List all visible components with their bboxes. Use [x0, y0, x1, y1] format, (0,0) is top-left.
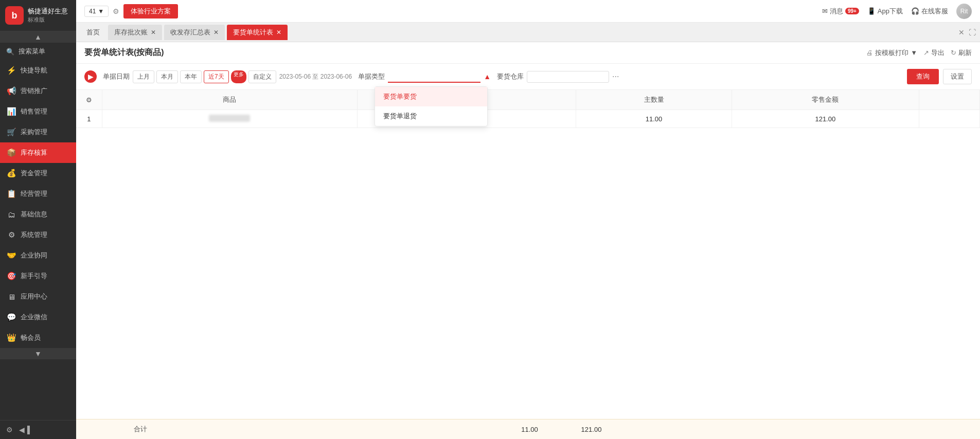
- sidebar-item-quicknav[interactable]: ⚡ 快捷导航: [0, 60, 76, 81]
- sidebar-item-purchase[interactable]: 🛒 采购管理: [0, 122, 76, 142]
- filter-date-7days[interactable]: 近7天: [204, 70, 229, 83]
- online-service-label: 在线客服: [921, 7, 948, 16]
- tab-order-stats[interactable]: 要货单统计表 ✕: [227, 25, 288, 40]
- page: 要货单统计表(按商品) 🖨 按模板打印 ▼ ↗ 导出 ↻ 刷新 ▶: [76, 42, 980, 439]
- refresh-action[interactable]: ↻ 刷新: [951, 48, 972, 58]
- filter-warehouse-dots-icon[interactable]: ···: [612, 72, 619, 81]
- tab-fullscreen-icon[interactable]: ⛶: [969, 28, 976, 36]
- sidebar-item-label: 系统管理: [21, 230, 47, 240]
- filter-date-label: 单据日期: [103, 72, 130, 81]
- app-logo-icon: b: [5, 6, 24, 25]
- topbar: 41 ▼ ⚙ 体验行业方案 ✉ 消息 99+ 📱 App下载 🎧 在线客服 Ri…: [76, 0, 980, 23]
- filter-date-last-month[interactable]: 上月: [133, 70, 154, 83]
- query-btn[interactable]: 查询: [907, 69, 939, 84]
- filter-date-custom[interactable]: 自定义: [248, 70, 276, 83]
- company-selector[interactable]: 41 ▼: [84, 6, 109, 17]
- filter-bar: ▶ 单据日期 上月 本月 本年 近7天 更多 自定义 2023-05-06 至 …: [76, 64, 980, 90]
- filter-date-this-year[interactable]: 本年: [180, 70, 202, 83]
- col-header-settings[interactable]: ⚙: [76, 90, 102, 110]
- app-download-btn[interactable]: 📱 App下载: [867, 7, 903, 16]
- filter-warehouse-input[interactable]: [527, 71, 609, 83]
- setting-btn[interactable]: 设置: [943, 69, 972, 84]
- cell-extra: [919, 110, 979, 128]
- data-table: ⚙ 商品 主计量单位 主数量 零售金额 1 块: [76, 90, 980, 128]
- sidebar-item-system[interactable]: ⚙ 系统管理: [0, 225, 76, 245]
- page-header-actions: 🖨 按模板打印 ▼ ↗ 导出 ↻ 刷新: [866, 48, 972, 58]
- sidebar-item-inventory[interactable]: 📦 库存核算: [0, 142, 76, 163]
- filter-date-range: 2023-05-06 至 2023-06-06: [279, 72, 352, 81]
- print-action[interactable]: 🖨 按模板打印 ▼: [866, 48, 917, 58]
- operations-icon: 📋: [6, 189, 16, 199]
- sidebar-item-operations[interactable]: 📋 经营管理: [0, 184, 76, 204]
- sidebar-item-marketing[interactable]: 📢 营销推广: [0, 81, 76, 101]
- sidebar-item-collab[interactable]: 🤝 企业协同: [0, 245, 76, 266]
- app-name: 畅捷通好生意: [28, 7, 68, 16]
- filter-warehouse-label: 要货仓库: [497, 72, 524, 81]
- service-icon: 🎧: [911, 7, 919, 15]
- export-icon: ↗: [923, 49, 929, 57]
- dropdown-option-1[interactable]: 要货单退货: [375, 106, 487, 126]
- table-row: 1 块 11.00 121.00: [76, 110, 980, 128]
- export-action[interactable]: ↗ 导出: [923, 48, 945, 58]
- sidebar-bottom: ⚙ ◀▐: [0, 420, 76, 439]
- settings-gear-icon[interactable]: ⚙: [113, 7, 119, 15]
- tab-close-icon[interactable]: ✕: [213, 29, 219, 36]
- sidebar-settings-btn[interactable]: ⚙: [6, 426, 13, 434]
- print-label: 按模板打印: [875, 48, 908, 58]
- sidebar-collapse-btn[interactable]: ◀▐: [19, 426, 30, 434]
- type-dropdown: 要货单要货 要货单退货: [375, 86, 488, 126]
- online-service-btn[interactable]: 🎧 在线客服: [911, 7, 948, 16]
- filter-type-arrow-icon[interactable]: ▲: [484, 72, 491, 81]
- sales-icon: 📊: [6, 106, 16, 117]
- sidebar-item-label: 快捷导航: [21, 66, 47, 75]
- tab-home[interactable]: 首页: [80, 25, 106, 40]
- finance-icon: 💰: [6, 168, 16, 178]
- tab-close-icon[interactable]: ✕: [276, 29, 281, 36]
- trial-btn[interactable]: 体验行业方案: [123, 4, 178, 19]
- topbar-left: 41 ▼ ⚙ 体验行业方案: [84, 4, 817, 19]
- tab-shipment-summary[interactable]: 收发存汇总表 ✕: [164, 25, 225, 40]
- sidebar-item-sales[interactable]: 📊 销售管理: [0, 101, 76, 122]
- sidebar-search-label: 搜索菜单: [19, 47, 45, 56]
- message-badge: 99+: [845, 8, 859, 14]
- marketing-icon: 📢: [6, 86, 16, 96]
- sidebar-item-basicinfo[interactable]: 🗂 基础信息: [0, 204, 76, 225]
- col-header-extra: [919, 90, 979, 110]
- table-container: ⚙ 商品 主计量单位 主数量 零售金额 1 块: [76, 90, 980, 419]
- tab-close-all-icon[interactable]: ✕: [958, 28, 965, 36]
- sidebar-scroll-up[interactable]: ▲: [0, 31, 76, 43]
- sidebar-item-member[interactable]: 👑 畅会员: [0, 327, 76, 348]
- print-icon: 🖨: [866, 49, 873, 57]
- mobile-icon: 📱: [867, 7, 876, 15]
- col-header-quantity: 主数量: [576, 90, 732, 110]
- basicinfo-icon: 🗂: [6, 209, 16, 220]
- filter-warehouse-group: 要货仓库 ···: [497, 71, 619, 83]
- sidebar-item-wecom[interactable]: 💬 企业微信: [0, 307, 76, 327]
- sidebar-item-finance[interactable]: 💰 资金管理: [0, 163, 76, 184]
- sidebar-item-search[interactable]: 🔍 搜索菜单: [0, 43, 76, 60]
- dropdown-option-0[interactable]: 要货单要货: [375, 87, 487, 106]
- page-title: 要货单统计表(按商品): [84, 47, 164, 58]
- sidebar-item-label: 销售管理: [21, 107, 47, 116]
- filter-type-input[interactable]: [388, 71, 480, 83]
- sidebar-item-label: 企业微信: [21, 313, 47, 322]
- filter-expand-btn[interactable]: ▶: [84, 70, 97, 83]
- export-label: 导出: [931, 48, 945, 58]
- tab-close-icon[interactable]: ✕: [151, 29, 156, 36]
- search-icon: 🔍: [6, 48, 14, 56]
- refresh-icon: ↻: [951, 49, 956, 57]
- chevron-down-icon: ▼: [98, 8, 104, 15]
- message-btn[interactable]: ✉ 消息 99+: [822, 7, 859, 16]
- tabbar: 首页 库存批次账 ✕ 收发存汇总表 ✕ 要货单统计表 ✕ ✕ ⛶: [76, 23, 980, 42]
- footer-label: 合计: [108, 425, 147, 434]
- page-header: 要货单统计表(按商品) 🖨 按模板打印 ▼ ↗ 导出 ↻ 刷新: [76, 42, 980, 64]
- tab-label: 收发存汇总表: [170, 28, 210, 37]
- col-header-amount: 零售金额: [732, 90, 919, 110]
- sidebar-scroll-down[interactable]: ▼: [0, 348, 76, 359]
- tab-inventory-batch[interactable]: 库存批次账 ✕: [108, 25, 162, 40]
- sidebar-item-guide[interactable]: 🎯 新手引导: [0, 266, 76, 286]
- sidebar-item-appcenter[interactable]: 🖥 应用中心: [0, 286, 76, 307]
- filter-more-badge[interactable]: 更多: [231, 70, 246, 83]
- filter-date-this-month[interactable]: 本月: [156, 70, 178, 83]
- user-avatar[interactable]: Rit: [956, 4, 972, 19]
